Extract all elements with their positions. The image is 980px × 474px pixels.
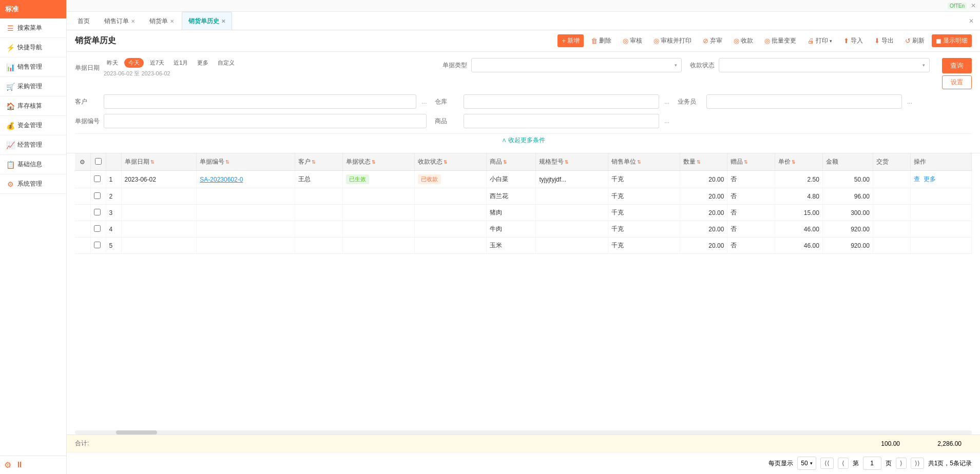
doc-no-label: 单据编号 [75,117,101,126]
payment-status-select[interactable]: ▾ [719,58,930,72]
more-action-0[interactable]: 更多 [924,175,936,183]
add-button[interactable]: + 新增 [558,34,584,47]
sidebar-item-basic-info[interactable]: 📋 基础信息 [0,155,66,174]
doc-status-sort-icon: ⇅ [372,160,376,165]
delete-button[interactable]: 🗑 删除 [587,34,616,47]
discard-button[interactable]: ⊘ 弃审 [699,34,726,47]
td-doc-no-3[interactable] [197,221,295,238]
td-qty-4: 20.00 [680,238,727,254]
first-page-button[interactable]: ⟨⟨ [820,458,834,469]
customer-input[interactable] [104,94,416,109]
td-doc-no-4[interactable] [197,238,295,254]
row-checkbox-2[interactable] [94,209,101,215]
review-button[interactable]: ◎ 审核 [619,34,646,47]
view-action-0[interactable]: 查 [914,175,920,183]
table-row: 1 2023-06-02 SA-20230602-0 王总 已生效 已收款 小白… [75,171,972,188]
td-qty-2: 20.00 [680,205,727,221]
tab-sales-delivery-close[interactable]: ✕ [170,18,174,24]
td-doc-no-0[interactable]: SA-20230602-0 [197,171,295,188]
td-doc-no-1[interactable] [197,188,295,205]
salesperson-dots-btn[interactable]: ... [907,98,912,105]
quick-nav-icon: ⚡ [6,44,14,52]
settings-icon[interactable]: ⚙ [80,159,85,166]
sidebar-pause-icon[interactable]: ⏸ [15,460,24,470]
show-details-button[interactable]: ◼ 显示明细 [932,34,972,47]
select-all-checkbox[interactable] [95,158,102,165]
filter-group-product: 商品 ... [435,114,669,128]
page-size-select[interactable]: 50 ▾ [797,457,816,470]
collapse-more-btn[interactable]: ∧ 收起更多条件 [75,133,972,147]
date-tab-more[interactable]: 更多 [194,58,212,68]
collapse-label: 收起更多条件 [508,136,545,144]
import-button[interactable]: ⬆ 导入 [839,34,867,47]
td-price-2: 15.00 [775,205,823,221]
td-doc-no-2[interactable] [197,205,295,221]
row-checkbox-4[interactable] [94,242,101,248]
th-settings[interactable]: ⚙ [75,153,90,171]
tab-sales-order[interactable]: 销售订单 ✕ [98,12,142,30]
export-button[interactable]: ⬇ 导出 [870,34,898,47]
th-qty[interactable]: 数量 ⇅ [680,153,727,171]
sidebar-settings-icon[interactable]: ⚙ [4,460,11,470]
last-page-button[interactable]: ⟩⟩ [911,458,924,469]
next-page-button[interactable]: ⟩ [896,458,907,469]
th-unit[interactable]: 销售单位 ⇅ [608,153,680,171]
doc-type-label: 单据类型 [443,61,468,70]
row-checkbox-0[interactable] [94,175,101,182]
warehouse-dots-btn[interactable]: ... [664,98,669,105]
doc-no-input[interactable] [104,114,427,128]
customer-dots-btn[interactable]: ... [421,98,427,105]
scrollbar-area[interactable] [75,430,972,434]
page-input[interactable] [863,457,881,470]
review-print-button[interactable]: ◎ 审核并打印 [649,34,696,47]
th-gift[interactable]: 赠品 ⇅ [727,153,775,171]
scrollbar-thumb[interactable] [116,430,157,434]
sidebar-item-search-menu[interactable]: ☰ 搜索菜单 [0,18,66,38]
sidebar-item-finance-mgmt[interactable]: 💰 资金管理 [0,116,66,135]
refresh-button[interactable]: ↺ 刷新 [901,34,929,47]
sidebar-item-quick-nav[interactable]: ⚡ 快捷导航 [0,38,66,57]
td-delivery-0 [873,171,910,188]
add-label: 新增 [567,36,580,45]
print-button[interactable]: 🖨 打印 ▾ [803,34,836,47]
sidebar-item-purchase-mgmt[interactable]: 🛒 采购管理 [0,77,66,96]
query-button[interactable]: 查询 [942,58,972,73]
tab-sales-delivery[interactable]: 销货单 ✕ [143,12,181,30]
date-tab-yesterday[interactable]: 昨天 [104,58,121,68]
date-tab-7days[interactable]: 近7天 [147,58,167,68]
close-all-icon[interactable]: ✕ [971,2,976,9]
tab-sales-history-close[interactable]: ✕ [221,18,225,24]
product-dots-btn[interactable]: ... [664,117,669,125]
tab-sales-history[interactable]: 销货单历史 ✕ [182,12,232,30]
date-tab-custom[interactable]: 自定义 [215,58,238,68]
tab-bar-close[interactable]: ✕ [967,15,976,27]
product-input[interactable] [464,114,659,128]
settings-button[interactable]: 设置 [942,75,972,89]
warehouse-input[interactable] [464,94,659,109]
th-doc-no[interactable]: 单据编号 ⇅ [197,153,295,171]
th-spec[interactable]: 规格型号 ⇅ [536,153,608,171]
chevron-up-icon: ∧ [502,136,507,144]
th-product[interactable]: 商品 ⇅ [486,153,536,171]
sidebar-item-inventory-calc[interactable]: 🏠 库存核算 [0,96,66,116]
th-doc-status[interactable]: 单据状态 ⇅ [342,153,414,171]
doc-type-select[interactable]: ▾ [471,58,682,72]
th-date[interactable]: 单据日期 ⇅ [121,153,197,171]
date-tab-today[interactable]: 今天 [124,58,144,68]
collect-button[interactable]: ◎ 收款 [729,34,757,47]
tab-home[interactable]: 首页 [71,12,97,30]
row-checkbox-3[interactable] [94,225,101,232]
td-settings-0 [75,171,90,188]
sidebar-item-system-mgmt[interactable]: ⚙ 系统管理 [0,174,66,194]
prev-page-button[interactable]: ⟨ [838,458,849,469]
th-payment-status[interactable]: 收款状态 ⇅ [414,153,486,171]
date-tab-1month[interactable]: 近1月 [170,58,191,68]
row-checkbox-1[interactable] [94,192,101,199]
salesperson-input[interactable] [706,94,902,109]
sidebar-item-sales-mgmt[interactable]: 📊 销售管理 [0,57,66,77]
th-customer[interactable]: 客户 ⇅ [295,153,342,171]
tab-sales-order-close[interactable]: ✕ [131,18,135,24]
batch-change-button[interactable]: ◎ 批量变更 [760,34,800,47]
sidebar-item-operations-mgmt[interactable]: 📈 经营管理 [0,135,66,155]
th-price[interactable]: 单价 ⇅ [775,153,823,171]
